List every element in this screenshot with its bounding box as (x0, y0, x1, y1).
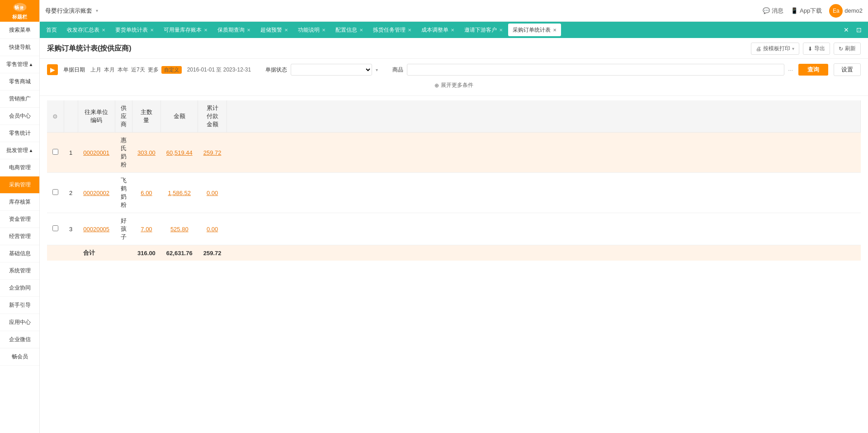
row-paid-amount[interactable]: 0.00 (198, 213, 227, 245)
row-qty[interactable]: 6.00 (132, 173, 161, 213)
row-checkbox[interactable] (47, 173, 64, 213)
tab-close-icon[interactable]: ✕ (322, 28, 326, 33)
tab-close-icon[interactable]: ✕ (451, 28, 454, 33)
shortcut-this-year[interactable]: 本年 (118, 66, 128, 74)
print-btn[interactable]: 🖨 按模板打印 ▾ (751, 43, 799, 55)
row-qty[interactable]: 303.00 (132, 133, 161, 173)
col-settings[interactable]: ⚙ (47, 100, 64, 133)
sidebar-item-vip_member[interactable]: 畅会员 (0, 348, 39, 366)
user-menu[interactable]: Ea demo2 (829, 4, 863, 18)
sidebar-item-stock_check[interactable]: 库存核算 (0, 194, 39, 211)
row-unit-code[interactable]: 00020005 (78, 213, 115, 245)
row-amount[interactable]: 60,519.44 (161, 133, 198, 173)
settings-gear-icon[interactable]: ⚙ (52, 113, 58, 120)
shortcut-last7[interactable]: 近7天 (131, 66, 145, 74)
tab-receive_summary[interactable]: 收发存汇总表✕ (62, 24, 110, 36)
tab-close-icon[interactable]: ✕ (284, 28, 288, 33)
sidebar-item-member_center[interactable]: 会员中心 (0, 108, 39, 125)
settings-btn[interactable]: 设置 (834, 63, 861, 76)
sidebar-label: 搜索菜单 (9, 26, 31, 34)
row-paid-amount[interactable]: 0.00 (198, 173, 227, 213)
custom-badge[interactable]: 自定义 (161, 66, 182, 74)
svg-text:畅: 畅 (14, 5, 19, 10)
app-download-label: App下载 (800, 7, 822, 15)
sidebar-item-enterprise_wechat[interactable]: 企业微信 (0, 331, 39, 348)
sidebar-item-sys_mgmt[interactable]: 系统管理 (0, 262, 39, 280)
row-unit-code[interactable]: 00020001 (78, 133, 115, 173)
row-checkbox[interactable] (47, 133, 64, 173)
tab-pick_task[interactable]: 拣货任务管理✕ (368, 24, 416, 36)
tab-invite_downstream[interactable]: 邀请下游客户✕ (460, 24, 507, 36)
message-btn[interactable]: 💬 消息 (763, 7, 783, 15)
sidebar-item-retail_mgmt[interactable]: 零售管理▲ (0, 56, 39, 73)
sidebar-item-ops_mgmt[interactable]: 经营管理 (0, 228, 39, 245)
tab-order_summary[interactable]: 要货单统计表✕ (111, 24, 158, 36)
tab-close-icon[interactable]: ✕ (359, 28, 363, 33)
tab-usable_stock[interactable]: 可用量库存账本✕ (159, 24, 212, 36)
sidebar-item-finance_mgmt[interactable]: 资金管理 (0, 211, 39, 228)
export-icon: ⬇ (808, 46, 812, 52)
tab-close-icon[interactable]: ✕ (204, 28, 208, 33)
row-extra (226, 173, 860, 213)
status-select[interactable] (291, 64, 372, 76)
table-body: 1 00020001 惠氏奶粉 303.00 60,519.44 259.72 … (47, 133, 861, 245)
row-extra (226, 133, 860, 173)
tab-purchase_order_summary[interactable]: 采购订单统计表✕ (508, 24, 561, 36)
sidebar-item-purchase_mgmt[interactable]: 采购管理 (0, 176, 39, 194)
company-name: 母婴行业演示账套 (45, 7, 92, 15)
tab-close-icon[interactable]: ✕ (408, 28, 411, 33)
row-amount[interactable]: 1,586.52 (161, 173, 198, 213)
sidebar-item-search[interactable]: 搜索菜单 (0, 22, 39, 39)
close-tab-btn[interactable]: ✕ (841, 24, 852, 35)
summary-empty-1 (47, 245, 64, 261)
shortcut-last-month[interactable]: 上月 (90, 66, 101, 74)
tab-overstock_warning[interactable]: 超储预警✕ (256, 24, 292, 36)
date-range-display: 2016-01-01 至 2023-12-31 (187, 66, 251, 74)
sidebar-item-enterprise_coop[interactable]: 企业协同 (0, 280, 39, 297)
sidebar-item-marketing[interactable]: 营销推广 (0, 90, 39, 108)
sidebar-item-ecom_mgmt[interactable]: 电商管理 (0, 159, 39, 176)
app-download-btn[interactable]: 📱 App下载 (791, 7, 822, 15)
query-btn[interactable]: 查询 (798, 64, 828, 76)
sidebar-item-wholesale_mgmt[interactable]: 批发管理▲ (0, 142, 39, 159)
company-dropdown-icon[interactable]: ▾ (96, 8, 98, 13)
shortcut-more[interactable]: 更多 (148, 66, 159, 74)
tab-close-icon[interactable]: ✕ (499, 28, 503, 33)
sidebar-item-basic_info[interactable]: 基础信息 (0, 245, 39, 262)
product-more-icon[interactable]: ··· (788, 67, 793, 73)
tab-label: 可用量库存账本 (164, 26, 202, 34)
row-unit-code[interactable]: 00020002 (78, 173, 115, 213)
tab-config_info[interactable]: 配置信息✕ (331, 24, 368, 36)
tab-home[interactable]: 首页 (42, 24, 61, 36)
sidebar-item-new_guide[interactable]: 新手引导 (0, 297, 39, 314)
table-row: 3 00020005 好孩子 7.00 525.80 0.00 (47, 213, 861, 245)
shortcut-this-month[interactable]: 本月 (104, 66, 115, 74)
expand-more-btn[interactable]: ⊕ 展开更多条件 (47, 80, 861, 91)
col-qty: 主数量 (132, 100, 161, 133)
sidebar-arrow-icon: ▲ (29, 148, 33, 153)
maximize-tab-btn[interactable]: ⊡ (854, 24, 864, 35)
tab-cost_adjust[interactable]: 成本调整单✕ (417, 24, 459, 36)
row-qty[interactable]: 7.00 (132, 213, 161, 245)
tab-close-icon[interactable]: ✕ (150, 28, 154, 33)
product-filter-label: 商品 (392, 66, 403, 74)
row-amount[interactable]: 525.80 (161, 213, 198, 245)
product-input[interactable] (407, 64, 784, 76)
sidebar-label: 应用中心 (9, 319, 31, 326)
export-btn[interactable]: ⬇ 导出 (803, 43, 830, 55)
row-checkbox[interactable] (47, 213, 64, 245)
refresh-btn[interactable]: ↻ 刷新 (834, 43, 861, 55)
tab-close-icon[interactable]: ✕ (102, 28, 105, 33)
row-paid-amount[interactable]: 259.72 (198, 133, 227, 173)
sidebar-item-retail_stats[interactable]: 零售统计 (0, 125, 39, 142)
sidebar-item-app_center[interactable]: 应用中心 (0, 314, 39, 331)
tab-close-icon[interactable]: ✕ (247, 28, 250, 33)
tab-bar: 首页收发存汇总表✕要货单统计表✕可用量库存账本✕保质期查询✕超储预警✕功能说明✕… (40, 22, 868, 38)
tab-close-icon[interactable]: ✕ (553, 28, 557, 33)
sidebar-item-quick_nav[interactable]: 快捷导航 (0, 39, 39, 56)
filter-toggle-btn[interactable]: ▶ (47, 64, 58, 75)
tab-function_desc[interactable]: 功能说明✕ (293, 24, 330, 36)
sidebar-item-retail_store[interactable]: 零售商城 (0, 73, 39, 90)
tab-label: 功能说明 (298, 26, 320, 34)
tab-expiry_query[interactable]: 保质期查询✕ (213, 24, 255, 36)
